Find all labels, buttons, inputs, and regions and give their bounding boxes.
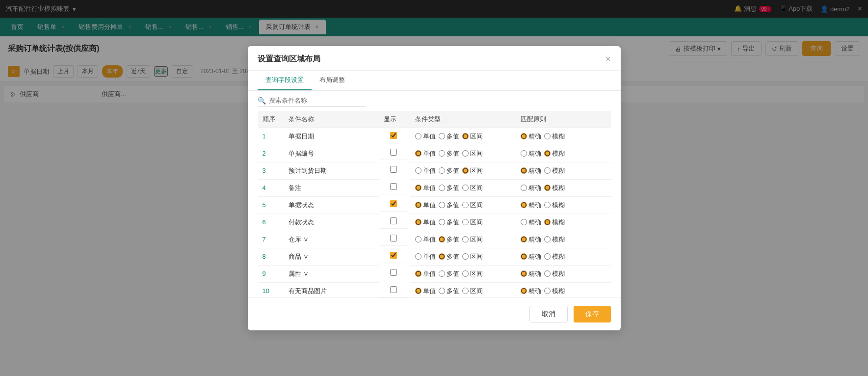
row-type-group[interactable]: 单值多值区间: [410, 248, 516, 265]
type-radio-多值[interactable]: 多值: [439, 252, 459, 261]
match-radio-精确[interactable]: 精确: [521, 287, 541, 295]
row-display-checkbox[interactable]: [379, 179, 408, 194]
type-radio-多值[interactable]: 多值: [439, 149, 459, 158]
cancel-button[interactable]: 取消: [529, 306, 568, 322]
match-radio-模糊[interactable]: 模糊: [544, 235, 565, 244]
match-radio-模糊[interactable]: 模糊: [544, 269, 565, 278]
type-radio-多值[interactable]: 多值: [439, 235, 459, 244]
row-match-group[interactable]: 精确模糊: [516, 196, 610, 214]
type-radio-区间[interactable]: 区间: [462, 184, 483, 192]
table-row: 10有无商品图片单值多值区间精确模糊: [258, 282, 611, 297]
row-display-checkbox[interactable]: [379, 196, 408, 212]
row-match-group[interactable]: 精确模糊: [516, 282, 610, 297]
row-display-checkbox[interactable]: [379, 248, 408, 263]
row-type-group[interactable]: 单值多值区间: [410, 162, 516, 179]
row-match-group[interactable]: 精确模糊: [516, 128, 610, 145]
type-radio-区间[interactable]: 区间: [462, 252, 483, 261]
type-radio-区间[interactable]: 区间: [462, 287, 483, 295]
match-radio-精确[interactable]: 精确: [521, 218, 541, 227]
type-radio-区间[interactable]: 区间: [462, 149, 483, 158]
type-radio-单值[interactable]: 单值: [415, 166, 436, 175]
row-type-group[interactable]: 单值多值区间: [410, 179, 516, 196]
row-match-group[interactable]: 精确模糊: [516, 214, 610, 231]
table-row: 8商品 ∨单值多值区间精确模糊: [258, 248, 611, 265]
type-radio-区间[interactable]: 区间: [462, 235, 483, 244]
row-match-group[interactable]: 精确模糊: [516, 179, 610, 196]
row-match-group[interactable]: 精确模糊: [516, 265, 610, 282]
th-match: 匹配原则: [516, 111, 610, 128]
row-order: 2: [258, 145, 284, 162]
type-radio-多值[interactable]: 多值: [439, 287, 459, 295]
row-display-checkbox[interactable]: [379, 231, 408, 246]
search-input[interactable]: [269, 97, 357, 104]
row-type-group[interactable]: 单值多值区间: [410, 214, 516, 231]
dialog-tab-layout[interactable]: 布局调整: [312, 71, 353, 90]
row-order: 5: [258, 196, 284, 214]
match-radio-精确[interactable]: 精确: [521, 269, 541, 278]
dialog-footer: 取消 保存: [248, 297, 621, 330]
row-name: 仓库 ∨: [284, 231, 378, 248]
match-radio-精确[interactable]: 精确: [521, 149, 541, 158]
type-radio-区间[interactable]: 区间: [462, 269, 483, 278]
row-display-checkbox[interactable]: [379, 282, 408, 297]
type-radio-单值[interactable]: 单值: [415, 132, 436, 141]
type-radio-单值[interactable]: 单值: [415, 201, 436, 210]
row-type-group[interactable]: 单值多值区间: [410, 128, 516, 145]
th-display: 显示: [379, 111, 410, 128]
type-radio-区间[interactable]: 区间: [462, 132, 483, 141]
row-match-group[interactable]: 精确模糊: [516, 145, 610, 162]
row-type-group[interactable]: 单值多值区间: [410, 231, 516, 248]
row-type-group[interactable]: 单值多值区间: [410, 196, 516, 214]
row-display-checkbox[interactable]: [379, 265, 408, 280]
row-display-checkbox[interactable]: [379, 162, 408, 177]
row-display-checkbox[interactable]: [379, 128, 408, 143]
match-radio-模糊[interactable]: 模糊: [544, 132, 565, 141]
match-radio-模糊[interactable]: 模糊: [544, 218, 565, 227]
type-radio-多值[interactable]: 多值: [439, 132, 459, 141]
dialog-tab-query[interactable]: 查询字段设置: [258, 71, 312, 90]
save-button[interactable]: 保存: [574, 306, 611, 322]
type-radio-单值[interactable]: 单值: [415, 184, 436, 192]
match-radio-模糊[interactable]: 模糊: [544, 149, 565, 158]
match-radio-模糊[interactable]: 模糊: [544, 287, 565, 295]
type-radio-单值[interactable]: 单值: [415, 252, 436, 261]
type-radio-单值[interactable]: 单值: [415, 149, 436, 158]
row-type-group[interactable]: 单值多值区间: [410, 282, 516, 297]
table-row: 2单据编号单值多值区间精确模糊: [258, 145, 611, 162]
match-radio-精确[interactable]: 精确: [521, 184, 541, 192]
type-radio-单值[interactable]: 单值: [415, 218, 436, 227]
row-display-checkbox[interactable]: [379, 214, 408, 229]
row-type-group[interactable]: 单值多值区间: [410, 265, 516, 282]
type-radio-区间[interactable]: 区间: [462, 166, 483, 175]
match-radio-模糊[interactable]: 模糊: [544, 166, 565, 175]
row-match-group[interactable]: 精确模糊: [516, 162, 610, 179]
match-radio-精确[interactable]: 精确: [521, 132, 541, 141]
row-order: 3: [258, 162, 284, 179]
type-radio-区间[interactable]: 区间: [462, 218, 483, 227]
match-radio-精确[interactable]: 精确: [521, 166, 541, 175]
match-radio-模糊[interactable]: 模糊: [544, 252, 565, 261]
type-radio-多值[interactable]: 多值: [439, 269, 459, 278]
type-radio-单值[interactable]: 单值: [415, 287, 436, 295]
type-radio-多值[interactable]: 多值: [439, 166, 459, 175]
type-radio-多值[interactable]: 多值: [439, 218, 459, 227]
table-row: 3预计到货日期单值多值区间精确模糊: [258, 162, 611, 179]
row-display-checkbox[interactable]: [379, 145, 408, 160]
match-radio-模糊[interactable]: 模糊: [544, 184, 565, 192]
type-radio-多值[interactable]: 多值: [439, 201, 459, 210]
type-radio-单值[interactable]: 单值: [415, 235, 436, 244]
search-icon: 🔍: [258, 97, 266, 105]
match-radio-精确[interactable]: 精确: [521, 235, 541, 244]
row-match-group[interactable]: 精确模糊: [516, 231, 610, 248]
table-row: 5单据状态单值多值区间精确模糊: [258, 196, 611, 214]
type-radio-区间[interactable]: 区间: [462, 201, 483, 210]
match-radio-模糊[interactable]: 模糊: [544, 201, 565, 210]
dialog-close-button[interactable]: ×: [605, 54, 611, 63]
row-match-group[interactable]: 精确模糊: [516, 248, 610, 265]
row-order: 8: [258, 248, 284, 265]
type-radio-单值[interactable]: 单值: [415, 269, 436, 278]
row-type-group[interactable]: 单值多值区间: [410, 145, 516, 162]
type-radio-多值[interactable]: 多值: [439, 184, 459, 192]
match-radio-精确[interactable]: 精确: [521, 201, 541, 210]
match-radio-精确[interactable]: 精确: [521, 252, 541, 261]
